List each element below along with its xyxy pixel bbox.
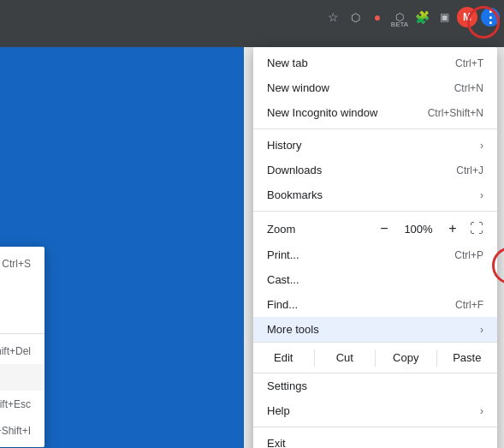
bookmarks-arrow-icon: ›	[480, 189, 483, 201]
help-arrow-icon: ›	[480, 405, 483, 417]
zoom-in-button[interactable]: +	[442, 218, 463, 239]
edit-control-row: Edit Cut Copy Paste	[253, 342, 497, 373]
menu-item-find-label: Find...	[267, 298, 298, 311]
submenu-clear-browsing-shortcut: Ctrl+Shift+Del	[0, 345, 31, 357]
separator-2	[253, 211, 497, 212]
menu-item-find-shortcut: Ctrl+F	[455, 299, 483, 311]
menu-item-more-tools[interactable]: More tools ›	[253, 317, 497, 342]
menu-item-exit-label: Exit	[267, 437, 286, 448]
submenu-separator-1	[0, 333, 44, 334]
submenu-developer-tools-shortcut: Ctrl+Shift+I	[0, 425, 31, 437]
menu-item-help[interactable]: Help ›	[253, 398, 497, 423]
copy-button[interactable]: Copy	[376, 347, 436, 368]
menu-item-history[interactable]: History ›	[253, 133, 497, 158]
submenu-item-name-window[interactable]: Name window...	[0, 303, 44, 330]
menu-btn-wrapper: ⋮	[481, 8, 500, 27]
separator-3	[253, 427, 497, 427]
three-dots-menu-button[interactable]: ⋮	[481, 8, 500, 27]
toolbar-icons: ☆ ⬡ ● ⬡ BETA 🧩 ▣ M ⋮	[323, 7, 500, 27]
menu-item-history-label: History	[267, 139, 301, 152]
edit-button[interactable]: Edit	[253, 347, 314, 368]
menu-item-new-tab[interactable]: New tab Ctrl+T	[253, 51, 497, 75]
zoom-label: Zoom	[267, 223, 295, 236]
zoom-controls: − 100% + ⛶	[374, 218, 483, 239]
more-tools-submenu: Save page as... Ctrl+S Create shortcut..…	[0, 247, 44, 447]
more-tools-arrow-icon: ›	[480, 324, 483, 336]
menu-item-print[interactable]: Print... Ctrl+P	[253, 242, 497, 267]
square-icon[interactable]: ▣	[435, 8, 454, 27]
menu-item-settings[interactable]: Settings	[253, 373, 497, 398]
menu-item-cast[interactable]: Cast...	[253, 267, 497, 292]
history-arrow-icon: ›	[480, 140, 483, 152]
page-content: New tab Ctrl+T New window Ctrl+N New Inc…	[0, 47, 504, 448]
menu-item-bookmarks-label: Bookmarks	[267, 188, 323, 201]
menu-item-downloads[interactable]: Downloads Ctrl+J	[253, 158, 497, 182]
cast-icon[interactable]: ●	[368, 8, 387, 27]
submenu-save-page-shortcut: Ctrl+S	[2, 258, 31, 270]
menu-item-print-label: Print...	[267, 248, 299, 261]
zoom-control-row: Zoom − 100% + ⛶	[253, 215, 497, 242]
paste-button[interactable]: Paste	[437, 347, 498, 368]
menu-item-incognito-label: New Incognito window	[267, 106, 377, 119]
menu-item-settings-label: Settings	[267, 379, 307, 392]
menu-item-new-window[interactable]: New window Ctrl+N	[253, 75, 497, 100]
menu-item-print-shortcut: Ctrl+P	[454, 249, 483, 261]
menu-item-downloads-shortcut: Ctrl+J	[456, 164, 483, 176]
cut-button[interactable]: Cut	[315, 347, 376, 368]
submenu-task-manager-shortcut: Shift+Esc	[0, 398, 31, 410]
browser-chrome: ☆ ⬡ ● ⬡ BETA 🧩 ▣ M ⋮	[0, 0, 504, 47]
menu-item-new-tab-shortcut: Ctrl+T	[455, 57, 483, 69]
beta-label: BETA	[390, 21, 409, 28]
menu-item-bookmarks[interactable]: Bookmarks ›	[253, 182, 497, 207]
star-icon[interactable]: ☆	[323, 8, 342, 27]
zoom-out-button[interactable]: −	[374, 218, 394, 239]
submenu-item-extensions[interactable]: Extensions	[0, 364, 44, 391]
menu-item-exit[interactable]: Exit	[253, 431, 497, 448]
menu-item-new-window-shortcut: Ctrl+N	[454, 82, 483, 94]
menu-item-incognito-shortcut: Ctrl+Shift+N	[428, 107, 483, 119]
menu-item-find[interactable]: Find... Ctrl+F	[253, 292, 497, 317]
submenu-item-save-page[interactable]: Save page as... Ctrl+S	[0, 250, 44, 277]
menu-item-more-tools-label: More tools	[267, 323, 319, 336]
fullscreen-icon[interactable]: ⛶	[470, 221, 483, 236]
menu-item-new-window-label: New window	[267, 81, 329, 94]
submenu-item-create-shortcut[interactable]: Create shortcut...	[0, 277, 44, 303]
menu-item-cast-label: Cast...	[267, 273, 299, 286]
extension-icon[interactable]: ⬡	[346, 8, 365, 27]
profile-avatar[interactable]: M	[457, 7, 477, 27]
menu-item-help-label: Help	[267, 404, 290, 417]
menu-item-downloads-label: Downloads	[267, 164, 322, 176]
puzzle-icon[interactable]: 🧩	[412, 8, 431, 27]
submenu-item-task-manager[interactable]: Task manager Shift+Esc	[0, 391, 44, 417]
separator-1	[253, 128, 497, 129]
submenu-item-developer-tools[interactable]: Developer tools Ctrl+Shift+I	[0, 417, 44, 444]
menu-item-incognito[interactable]: New Incognito window Ctrl+Shift+N	[253, 100, 497, 125]
main-context-menu: New tab Ctrl+T New window Ctrl+N New Inc…	[253, 47, 497, 448]
zoom-value-display: 100%	[401, 223, 436, 236]
submenu-item-clear-browsing[interactable]: Clear browsing data... Ctrl+Shift+Del	[0, 337, 44, 364]
menu-item-new-tab-label: New tab	[267, 57, 308, 69]
beta-ext-icon[interactable]: ⬡ BETA	[390, 8, 409, 27]
